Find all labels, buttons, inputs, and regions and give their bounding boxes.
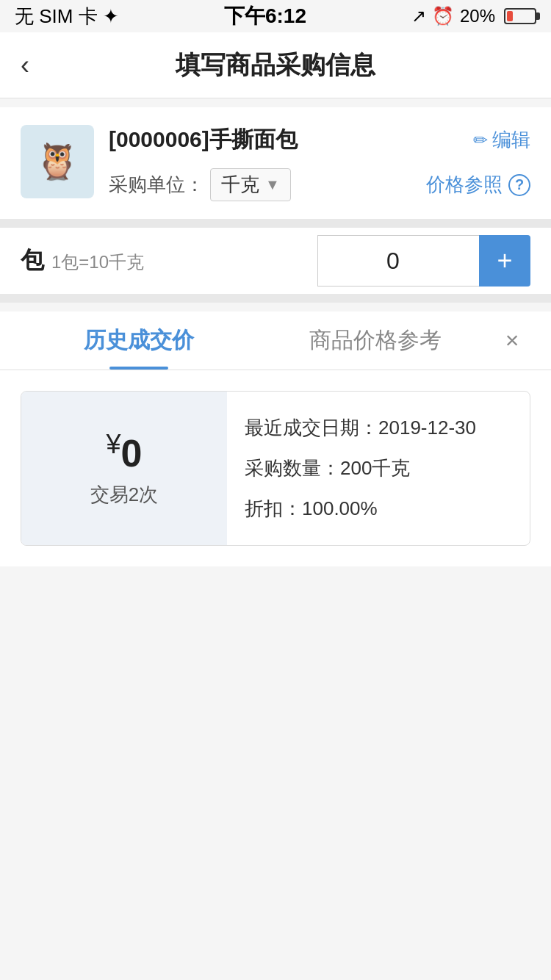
- header: ‹ 填写商品采购信息: [0, 32, 551, 98]
- location-icon: ↗: [411, 6, 426, 26]
- date-label: 最近成交日期：: [245, 417, 378, 439]
- quantity-unit: 包: [21, 245, 44, 277]
- tab-price-reference[interactable]: 商品价格参考: [257, 311, 494, 370]
- qty-label: 采购数量：: [245, 457, 340, 479]
- history-price-summary: ¥0 交易2次: [21, 392, 227, 545]
- tabs-close-button[interactable]: ×: [494, 323, 530, 359]
- tab-price-reference-label: 商品价格参考: [309, 325, 442, 356]
- qty-value: 200千克: [340, 457, 410, 479]
- status-time: 下午6:12: [224, 2, 306, 30]
- carrier-text: 无 SIM 卡 ✦: [15, 4, 119, 29]
- product-name-row: [0000006]手撕面包 ✏ 编辑: [109, 125, 530, 155]
- product-name: [0000006]手撕面包: [109, 125, 298, 155]
- status-left: 无 SIM 卡 ✦: [15, 4, 119, 29]
- quantity-input[interactable]: [317, 235, 479, 287]
- discount-value: 100.00%: [302, 497, 378, 519]
- trade-count: 交易2次: [90, 482, 158, 508]
- help-icon: ?: [508, 174, 530, 196]
- alarm-icon: ⏰: [432, 6, 454, 26]
- unit-selector: 采购单位： 千克 ▼: [109, 168, 291, 201]
- section-divider: [0, 219, 551, 228]
- product-info: [0000006]手撕面包 ✏ 编辑 采购单位： 千克 ▼ 价格参照 ?: [109, 125, 530, 201]
- product-card: 🦉 [0000006]手撕面包 ✏ 编辑 采购单位： 千克 ▼ 价格参照 ?: [0, 107, 551, 219]
- product-logo-icon: 🦉: [35, 144, 79, 179]
- quantity-plus-button[interactable]: +: [479, 235, 530, 287]
- battery-icon: [504, 8, 536, 24]
- history-date-row: 最近成交日期：2019-12-30: [245, 414, 512, 442]
- product-unit-row: 采购单位： 千克 ▼ 价格参照 ?: [109, 168, 530, 201]
- unit-dropdown[interactable]: 千克 ▼: [210, 168, 291, 201]
- quantity-input-block: +: [317, 235, 530, 287]
- edit-button[interactable]: ✏ 编辑: [473, 127, 530, 153]
- quantity-ratio: 1包=10千克: [51, 251, 144, 274]
- discount-label: 折扣：: [245, 497, 302, 519]
- section-divider-2: [0, 294, 551, 303]
- history-price-value: 0: [121, 433, 143, 475]
- dropdown-arrow-icon: ▼: [265, 176, 280, 193]
- product-thumbnail: 🦉: [21, 125, 94, 198]
- unit-label: 采购单位：: [109, 172, 204, 198]
- battery-fill: [507, 11, 513, 21]
- price-reference-button[interactable]: 价格参照 ?: [426, 172, 530, 198]
- date-value: 2019-12-30: [378, 417, 476, 439]
- edit-label: 编辑: [492, 127, 530, 153]
- history-price: ¥0: [107, 429, 143, 475]
- unit-value: 千克: [221, 172, 259, 198]
- edit-icon: ✏: [473, 130, 488, 151]
- history-card: ¥0 交易2次 最近成交日期：2019-12-30 采购数量：200千克 折扣：…: [21, 391, 530, 546]
- history-discount-row: 折扣：100.00%: [245, 494, 512, 523]
- tab-content: ¥0 交易2次 最近成交日期：2019-12-30 采购数量：200千克 折扣：…: [0, 370, 551, 566]
- tabs-panel: 历史成交价 商品价格参考 × ¥0 交易2次 最近成交日期：2019-12-30…: [0, 311, 551, 566]
- back-button[interactable]: ‹: [21, 50, 29, 81]
- battery-text: 20%: [460, 6, 495, 26]
- history-details: 最近成交日期：2019-12-30 采购数量：200千克 折扣：100.00%: [227, 392, 530, 545]
- page-title: 填写商品采购信息: [176, 48, 375, 82]
- status-right: ↗ ⏰ 20%: [411, 6, 536, 26]
- quantity-label: 包 1包=10千克: [21, 245, 144, 277]
- currency-symbol: ¥: [107, 429, 121, 459]
- tab-history-price[interactable]: 历史成交价: [21, 311, 257, 370]
- tabs-header: 历史成交价 商品价格参考 ×: [0, 311, 551, 370]
- status-bar: 无 SIM 卡 ✦ 下午6:12 ↗ ⏰ 20%: [0, 0, 551, 32]
- price-ref-label: 价格参照: [426, 172, 503, 198]
- quantity-row: 包 1包=10千克 +: [0, 228, 551, 294]
- history-qty-row: 采购数量：200千克: [245, 454, 512, 483]
- tab-history-price-label: 历史成交价: [84, 325, 194, 356]
